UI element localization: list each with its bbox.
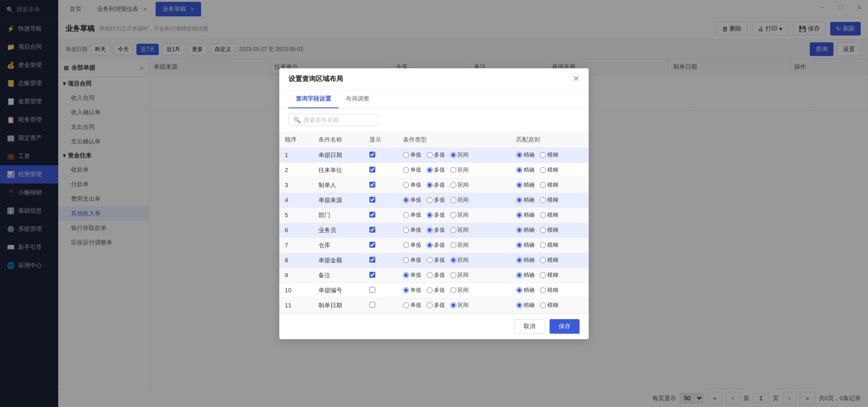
match-fuzzy-label[interactable]: 模糊 (540, 256, 558, 264)
match-fuzzy-label[interactable]: 模糊 (540, 286, 558, 294)
type-single-radio[interactable] (403, 197, 409, 203)
match-exact-label[interactable]: 精确 (516, 226, 535, 234)
match-exact-radio[interactable] (516, 242, 522, 248)
type-multi-label[interactable]: 多值 (427, 241, 445, 249)
show-checkbox[interactable] (369, 197, 375, 203)
type-multi-radio[interactable] (427, 197, 433, 203)
match-fuzzy-radio[interactable] (540, 272, 546, 278)
type-range-label[interactable]: 区间 (450, 226, 469, 234)
type-single-label[interactable]: 单值 (403, 241, 421, 249)
type-multi-radio[interactable] (427, 152, 433, 158)
show-checkbox[interactable] (369, 152, 375, 158)
type-range-label[interactable]: 区间 (450, 166, 469, 174)
close-button[interactable]: ✕ (850, 0, 868, 15)
match-fuzzy-label[interactable]: 模糊 (540, 151, 558, 159)
type-single-radio[interactable] (403, 242, 409, 248)
type-single-radio[interactable] (403, 257, 409, 263)
modal-save-button[interactable]: 保存 (550, 319, 580, 334)
type-single-label[interactable]: 单值 (403, 286, 421, 294)
type-multi-label[interactable]: 多值 (427, 226, 445, 234)
type-single-label[interactable]: 单值 (403, 196, 421, 204)
modal-search-input[interactable] (303, 117, 380, 123)
type-range-radio[interactable] (450, 182, 456, 188)
show-checkbox[interactable] (369, 227, 375, 233)
match-fuzzy-radio[interactable] (540, 212, 546, 218)
match-fuzzy-label[interactable]: 模糊 (540, 181, 558, 189)
show-checkbox[interactable] (369, 272, 375, 278)
match-exact-radio[interactable] (516, 257, 522, 263)
match-exact-radio[interactable] (516, 182, 522, 188)
match-exact-label[interactable]: 精确 (516, 211, 535, 219)
type-multi-radio[interactable] (427, 167, 433, 173)
match-exact-radio[interactable] (516, 272, 522, 278)
match-fuzzy-label[interactable]: 模糊 (540, 166, 558, 174)
type-range-label[interactable]: 区间 (450, 271, 469, 279)
match-exact-label[interactable]: 精确 (516, 181, 535, 189)
match-exact-label[interactable]: 精确 (516, 166, 535, 174)
minimize-button[interactable]: ─ (813, 0, 832, 15)
type-range-radio[interactable] (450, 242, 456, 248)
match-exact-radio[interactable] (516, 152, 522, 158)
match-exact-radio[interactable] (516, 212, 522, 218)
match-exact-label[interactable]: 精确 (516, 241, 535, 249)
type-range-radio[interactable] (450, 167, 456, 173)
show-checkbox[interactable] (369, 167, 375, 173)
match-exact-radio[interactable] (516, 167, 522, 173)
match-fuzzy-label[interactable]: 模糊 (540, 211, 558, 219)
type-range-label[interactable]: 区间 (450, 256, 469, 264)
type-range-radio[interactable] (450, 197, 456, 203)
match-exact-label[interactable]: 精确 (516, 286, 535, 294)
type-single-radio[interactable] (403, 152, 409, 158)
type-range-label[interactable]: 区间 (450, 241, 469, 249)
type-multi-label[interactable]: 多值 (427, 256, 445, 264)
match-fuzzy-radio[interactable] (540, 227, 546, 233)
match-fuzzy-radio[interactable] (540, 242, 546, 248)
type-single-label[interactable]: 单值 (403, 226, 421, 234)
type-multi-radio[interactable] (427, 272, 433, 278)
type-multi-radio[interactable] (427, 287, 433, 293)
type-range-radio[interactable] (450, 227, 456, 233)
type-single-label[interactable]: 单值 (403, 166, 421, 174)
match-fuzzy-radio[interactable] (540, 167, 546, 173)
match-fuzzy-label[interactable]: 模糊 (540, 196, 558, 204)
type-range-radio[interactable] (450, 302, 456, 308)
type-multi-label[interactable]: 多值 (427, 301, 445, 309)
match-exact-label[interactable]: 精确 (516, 196, 535, 204)
type-range-label[interactable]: 区间 (450, 181, 469, 189)
maximize-button[interactable]: □ (832, 0, 850, 15)
type-multi-label[interactable]: 多值 (427, 151, 445, 159)
type-range-label[interactable]: 区间 (450, 301, 469, 309)
match-fuzzy-label[interactable]: 模糊 (540, 301, 558, 309)
type-multi-label[interactable]: 多值 (427, 286, 445, 294)
type-multi-label[interactable]: 多值 (427, 211, 445, 219)
type-multi-label[interactable]: 多值 (427, 271, 445, 279)
type-single-radio[interactable] (403, 167, 409, 173)
type-single-label[interactable]: 单值 (403, 256, 421, 264)
type-single-radio[interactable] (403, 182, 409, 188)
type-single-label[interactable]: 单值 (403, 271, 421, 279)
match-fuzzy-label[interactable]: 模糊 (540, 226, 558, 234)
match-exact-label[interactable]: 精确 (516, 256, 535, 264)
type-single-radio[interactable] (403, 212, 409, 218)
match-exact-radio[interactable] (516, 287, 522, 293)
match-fuzzy-radio[interactable] (540, 197, 546, 203)
type-single-label[interactable]: 单值 (403, 181, 421, 189)
type-single-label[interactable]: 单值 (403, 151, 421, 159)
type-multi-radio[interactable] (427, 212, 433, 218)
show-checkbox[interactable] (369, 212, 375, 218)
modal-tab-fields[interactable]: 查询字段设置 (288, 90, 338, 108)
type-multi-radio[interactable] (427, 302, 433, 308)
modal-cancel-button[interactable]: 取消 (514, 319, 545, 334)
match-exact-label[interactable]: 精确 (516, 151, 535, 159)
match-fuzzy-radio[interactable] (540, 287, 546, 293)
modal-tab-layout[interactable]: 布局调整 (338, 90, 377, 108)
match-fuzzy-radio[interactable] (540, 182, 546, 188)
type-multi-radio[interactable] (427, 227, 433, 233)
match-fuzzy-radio[interactable] (540, 257, 546, 263)
modal-close-button[interactable]: ✕ (573, 75, 580, 83)
type-multi-radio[interactable] (427, 182, 433, 188)
show-checkbox[interactable] (369, 242, 375, 248)
type-range-radio[interactable] (450, 272, 456, 278)
type-multi-radio[interactable] (427, 257, 433, 263)
type-range-label[interactable]: 区间 (450, 151, 469, 159)
